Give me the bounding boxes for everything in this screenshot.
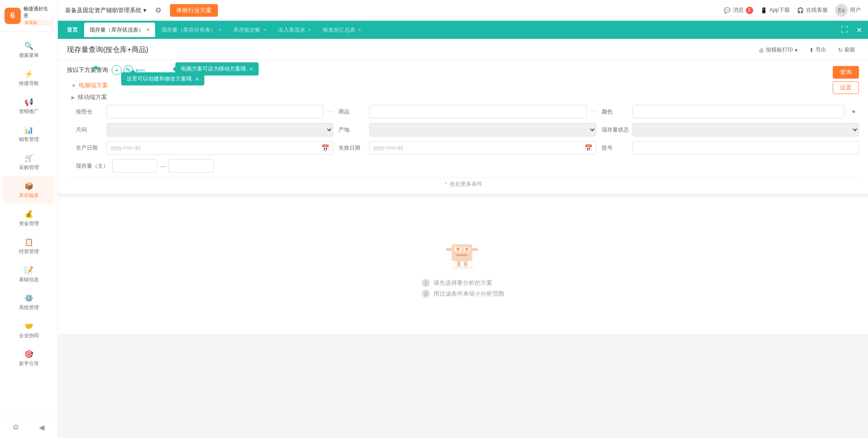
user-action[interactable]: Ea 用户 — [835, 4, 861, 17]
stock-status-select[interactable] — [632, 123, 859, 137]
tab-batch-account[interactable]: 库存批次账 × — [228, 23, 272, 37]
color-dropdown-icon[interactable]: ▾ — [848, 105, 859, 118]
tab-home[interactable]: 首页 — [61, 23, 83, 37]
export-action-btn[interactable]: ⬆ 导出 — [806, 44, 830, 56]
svg-rect-8 — [457, 261, 461, 267]
collapse-btn[interactable]: ⌃ 收起更多条件 — [443, 180, 482, 188]
color-field: 颜色 ▾ — [602, 105, 859, 118]
sidebar-item-marketing[interactable]: 📢 营销推广 — [3, 92, 55, 119]
warehouse-input[interactable] — [107, 105, 324, 118]
qty-max-input[interactable] — [169, 159, 214, 173]
tab-inventory-status[interactable]: 现存量（库存状况表） × — [84, 23, 155, 37]
settings-btn[interactable]: 设置 — [833, 81, 859, 94]
svg-rect-5 — [456, 254, 467, 256]
sales-icon: 📊 — [24, 125, 34, 135]
system-title[interactable]: 装备及固定资产辅助管理系统 ▾ — [65, 6, 146, 14]
origin-select[interactable] — [369, 123, 596, 137]
prod-date-calendar-icon[interactable]: 📅 — [321, 144, 329, 151]
settings-icon[interactable]: ⚙ — [152, 4, 165, 17]
qty-range: — — [112, 159, 214, 173]
warehouse-more-icon[interactable]: ··· — [327, 108, 333, 116]
app-download-action[interactable]: 📱 App下载 — [760, 6, 790, 14]
header-right: 💬 消息 8 📱 App下载 🎧 在线客服 Ea 用户 — [724, 4, 861, 17]
query-buttons: 查询 设置 — [833, 66, 859, 94]
sidebar-item-guide[interactable]: 🎯 新手引导 — [3, 344, 55, 372]
tab-close-inventory-status[interactable]: × — [146, 27, 150, 33]
empty-tip-2: 2 用过滤条件来缩小分析范围 — [422, 290, 504, 298]
prod-date-input[interactable]: yyyy-mm-dd 📅 — [107, 141, 333, 155]
sidebar-item-sales[interactable]: 📊 销售管理 — [3, 120, 55, 147]
tip-num-1: 1 — [422, 279, 430, 287]
print-action-btn[interactable]: 🖨 按模板打印 ▾ — [755, 44, 801, 56]
qty-field: 现存量（主） — — [76, 159, 214, 173]
tab-close-inout-flow[interactable]: × — [308, 27, 311, 33]
purchase-icon: 🛒 — [24, 153, 34, 163]
tab-close-recv-summary[interactable]: × — [358, 27, 361, 33]
goods-input[interactable] — [369, 105, 586, 118]
expire-date-label: 失效日期 — [339, 144, 366, 152]
sidebar-item-basic[interactable]: 📝 基础信息 — [3, 260, 55, 287]
edit-tooltip-close[interactable]: × — [195, 75, 199, 83]
sidebar: 6 畅捷通好生意 标准版 🔍 搜索菜单 ⚡ 快捷导航 📢 营销推广 📊 销售管理… — [0, 0, 58, 438]
dot-indicator — [94, 66, 98, 70]
top-header: 装备及固定资产辅助管理系统 ▾ ⚙ 体验行业方案 💬 消息 8 📱 App下载 … — [58, 0, 868, 21]
settings-bottom-btn[interactable]: ⚙ — [9, 421, 22, 433]
empty-tip-1: 1 请先选择要分析的方案 — [422, 279, 504, 287]
sidebar-item-quicknav[interactable]: ⚡ 快捷导航 — [3, 64, 55, 91]
finance-icon: 💰 — [24, 209, 34, 219]
sidebar-item-finance[interactable]: 💰 资金管理 — [3, 204, 55, 231]
tab-inventory-dist[interactable]: 现存量（库存分布表） × — [156, 23, 227, 37]
scheme-list: ▼ 电脑端方案 这里可以创建和修改方案哦 × ▶ 移动端方案 — [67, 80, 859, 103]
add-scheme-btn[interactable]: + — [112, 65, 122, 75]
inventory-icon: 📦 — [24, 181, 34, 191]
size-select[interactable] — [107, 123, 333, 137]
industry-btn[interactable]: 体验行业方案 — [170, 4, 218, 17]
tip-num-2: 2 — [422, 290, 430, 298]
avatar: Ea — [835, 4, 848, 17]
batch-input[interactable] — [632, 141, 859, 155]
expire-date-calendar-icon[interactable]: 📅 — [585, 144, 592, 151]
sidebar-item-system[interactable]: ⚙️ 系统管理 — [3, 288, 55, 316]
empty-illustration — [440, 234, 486, 270]
tab-close-inventory-dist[interactable]: × — [218, 27, 222, 33]
tab-inout-flow[interactable]: 出入库流水 × — [273, 23, 316, 37]
sidebar-item-inventory[interactable]: 📦 库存核算 — [3, 176, 55, 203]
goods-more-icon[interactable]: ··· — [590, 108, 596, 116]
tab-recv-summary[interactable]: 收发存汇总表 × — [317, 23, 367, 37]
online-service-action[interactable]: 🎧 在线客服 — [797, 6, 828, 14]
refresh-action-btn[interactable]: ↻ 刷新 — [835, 44, 859, 56]
message-action[interactable]: 💬 消息 8 — [724, 6, 753, 14]
logo-text: 畅捷通好生意 标准版 — [24, 5, 53, 26]
sidebar-item-operation[interactable]: 📋 经营管理 — [3, 232, 55, 259]
tab-fullscreen-btn[interactable]: ⛶ — [839, 24, 850, 35]
page-header: 现存量查询(按仓库+商品) 🖨 按模板打印 ▾ ⬆ 导出 ↻ 刷新 — [58, 39, 868, 60]
collapse-sidebar-btn[interactable]: ◀ — [35, 421, 48, 433]
query-btn[interactable]: 查询 — [833, 66, 859, 79]
main-content: 装备及固定资产辅助管理系统 ▾ ⚙ 体验行业方案 💬 消息 8 📱 App下载 … — [58, 0, 868, 438]
tab-close-all-btn[interactable]: ✕ — [854, 24, 864, 35]
filter-panel: 按以下方案查询 + ✎ ⟸ 电脑方案可设为移动方案哦 × ▼ 电脑端 — [58, 60, 868, 194]
prod-date-label: 生产日期 — [76, 144, 103, 152]
expire-date-input[interactable]: yyyy-mm-dd 📅 — [369, 141, 596, 155]
service-icon: 🎧 — [797, 7, 804, 14]
tab-close-batch-account[interactable]: × — [263, 27, 266, 33]
svg-rect-6 — [446, 248, 452, 251]
guide-icon: 🎯 — [24, 349, 34, 359]
stock-status-field: 现存量状态 — [602, 123, 859, 137]
svg-point-4 — [465, 248, 468, 251]
sidebar-item-enterprise[interactable]: 🤝 企业协同 — [3, 316, 55, 344]
expire-date-field: 失效日期 yyyy-mm-dd 📅 — [339, 141, 596, 155]
logo-icon: 6 — [5, 8, 21, 24]
filter-row-2: 尺码 产地 — [76, 123, 859, 137]
sidebar-item-search[interactable]: 🔍 搜索菜单 — [3, 36, 55, 63]
color-input[interactable] — [632, 105, 844, 118]
qty-min-input[interactable] — [112, 159, 157, 173]
phone-icon: 📱 — [760, 7, 767, 14]
sidebar-item-purchase[interactable]: 🛒 采购管理 — [3, 148, 55, 175]
batch-field: 批号 — [602, 141, 859, 155]
tab-bar-right: ⛶ ✕ — [839, 24, 864, 35]
scheme-tooltip-close[interactable]: × — [250, 66, 253, 73]
size-field: 尺码 — [76, 123, 333, 137]
goods-label: 商品 — [339, 108, 366, 116]
scheme-item-mobile[interactable]: ▶ 移动端方案 — [71, 91, 859, 103]
